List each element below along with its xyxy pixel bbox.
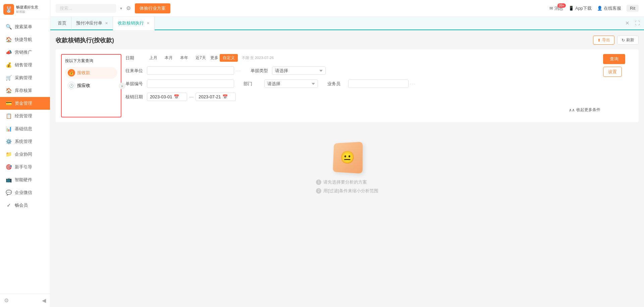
by-receipt-label: 按收款 [77, 70, 90, 76]
topbar-search-display: 搜索... [56, 4, 116, 13]
message-button[interactable]: ✉ 消息 99+ [549, 5, 563, 11]
date-btn-last-7-days[interactable]: 近7天 [193, 54, 209, 62]
sidebar-item-basic-info[interactable]: 📊 基础信息 [0, 122, 50, 135]
counterparty-dots-icon[interactable]: ··· [235, 68, 241, 73]
main-area: 搜索... ▾ ⚙ 体验行业方案 ✉ 消息 99+ 📱 App下载 👤 在线客服… [50, 0, 644, 307]
sidebar-item-label: 企业微信 [15, 190, 32, 196]
topbar-gear-icon[interactable]: ⚙ [126, 5, 131, 11]
message-badge: 99+ [557, 3, 566, 8]
empty-step-2-text: 用[过滤]条件来缩小分析范围 [323, 187, 378, 195]
sidebar-item-purchase[interactable]: 🛒 采购管理 [0, 71, 50, 84]
tab-prepay-list[interactable]: 预付冲应付单 ✕ [71, 16, 113, 30]
sidebar-item-member[interactable]: ✓ 畅会员 [0, 199, 50, 212]
collapse-more-btn[interactable]: ∧∧ 收起更多条件 [125, 106, 600, 113]
search-button[interactable]: 查询 [603, 54, 625, 64]
date-filter-row: 日期 上月 本月 本年 近7天 更多 自定义 不限 至 2023-07-26 [125, 54, 600, 62]
page-actions: ⬆ 导出 ↻ 刷新 [593, 36, 639, 45]
tab-prepay-label: 预付冲应付单 [76, 20, 102, 26]
sidebar-item-search[interactable]: 🔍 搜索菜单 [0, 20, 50, 33]
online-service-button[interactable]: 👤 在线客服 [597, 5, 621, 11]
export-button[interactable]: ⬆ 导出 [593, 36, 614, 45]
sidebar-item-finance[interactable]: 💳 资金管理 [0, 97, 50, 110]
doc-no-input[interactable] [147, 80, 234, 88]
verify-end-cal-icon[interactable]: 📅 [222, 94, 228, 99]
wechat-icon: 💬 [5, 190, 12, 196]
doc-type-label: 单据类型 [251, 68, 268, 74]
guide-icon: 🎯 [5, 164, 12, 170]
empty-step-2: 2 用[过滤]条件来缩小分析范围 [316, 187, 378, 195]
counterparty-input[interactable] [147, 66, 234, 75]
sidebar-settings-icon[interactable]: ⚙ [4, 297, 9, 304]
tabbar: 首页 预付冲应付单 ✕ 收款核销执行 ✕ ✕ ⛶ [50, 17, 644, 30]
doc-type-select-wrapper: 请选择 [272, 66, 326, 75]
sidebar-item-label: 销售管理 [15, 62, 32, 68]
sidebar-item-system[interactable]: ⚙️ 系统管理 [0, 135, 50, 148]
sidebar-item-enterprise[interactable]: 📁 企业协同 [0, 148, 50, 161]
tab-receivable-label: 收款核销执行 [118, 20, 144, 26]
page-title: 收款核销执行(按收款) [56, 36, 114, 44]
date-range-dash: — [189, 94, 194, 99]
export-label: 导出 [602, 37, 610, 43]
tab-receivable-close-icon[interactable]: ✕ [147, 21, 150, 25]
tab-home[interactable]: 首页 [53, 16, 71, 30]
sidebar-item-marketing[interactable]: 📣 营销推广 [0, 46, 50, 59]
filter-action-buttons: 查询 设置 [603, 54, 633, 77]
filter-fields: 日期 上月 本月 本年 近7天 更多 自定义 不限 至 2023-07-26 [125, 54, 633, 117]
sidebar-item-inventory[interactable]: 🏠 库存核算 [0, 84, 50, 97]
hardware-icon: 📺 [5, 177, 12, 183]
filter-option-by-receivable[interactable]: 🕐 按应收 [65, 80, 117, 91]
message-icon: ✉ [549, 6, 553, 11]
filter-scheme-title: 按以下方案查询 [65, 58, 117, 64]
sidebar-item-label: 资金管理 [15, 100, 32, 106]
app-download-button[interactable]: 📱 App下载 [569, 5, 592, 11]
date-btn-last-month[interactable]: 上月 [146, 54, 160, 62]
sidebar-item-quick-nav[interactable]: 🏠 快捷导航 [0, 33, 50, 46]
doc-type-select[interactable]: 请选择 [272, 66, 326, 75]
sidebar-item-label: 采购管理 [15, 75, 32, 81]
refresh-button[interactable]: ↻ 刷新 [617, 36, 639, 45]
sidebar-item-hardware[interactable]: 📺 智能硬件 [0, 173, 50, 186]
staff-input[interactable] [348, 80, 409, 88]
sidebar-item-wechat[interactable]: 💬 企业微信 [0, 186, 50, 199]
sidebar-item-sales[interactable]: 💰 销售管理 [0, 59, 50, 71]
empty-face-icon: 😐 [340, 150, 355, 165]
verify-start-date-text: 2023-03-01 [150, 94, 172, 99]
dropdown-chevron-icon[interactable]: ▾ [120, 6, 122, 11]
collapse-more-label: 收起更多条件 [576, 107, 600, 113]
empty-box-icon: 😐 [333, 142, 363, 173]
date-custom-btn[interactable]: 自定义 [220, 54, 238, 62]
verify-date-range: 2023-03-01 📅 — 2023-07-21 📅 [147, 93, 236, 101]
member-icon: ✓ [5, 202, 12, 208]
date-btn-this-month[interactable]: 本月 [162, 54, 176, 62]
by-receivable-label: 按应收 [77, 83, 90, 89]
filter-collapse-arrow[interactable]: » [119, 83, 125, 89]
doc-no-label: 单据编号 [125, 81, 143, 87]
date-more-btn[interactable]: 更多 [210, 55, 218, 61]
sidebar-collapse-btn[interactable]: ◀ [42, 297, 46, 304]
step-1-num: 1 [316, 180, 321, 185]
finance-icon: 💳 [5, 100, 12, 106]
logo-name: 畅捷通好生意 [16, 5, 38, 9]
sidebar-item-label: 库存核算 [15, 88, 32, 94]
verify-start-cal-icon[interactable]: 📅 [174, 94, 179, 99]
app-icon: 📱 [569, 6, 574, 11]
user-profile-button[interactable]: Rit [627, 5, 639, 12]
page-header: 收款核销执行(按收款) ⬆ 导出 ↻ 刷新 [56, 36, 639, 45]
tab-prepay-close-icon[interactable]: ✕ [105, 21, 108, 25]
tab-receivable-verify[interactable]: 收款核销执行 ✕ [113, 17, 155, 30]
filter-option-by-receipt[interactable]: 💰 按收款 [65, 67, 117, 79]
counterparty-input-group: ··· [147, 66, 241, 75]
logo-badge: 标准版 [16, 10, 38, 14]
sidebar-item-operations[interactable]: 📋 经营管理 [0, 110, 50, 122]
industry-solution-button[interactable]: 体验行业方案 [135, 3, 170, 13]
tab-expand-icon[interactable]: ⛶ [634, 19, 641, 28]
verify-date-row: 核销日期 2023-03-01 📅 — 2023-07-21 📅 [125, 93, 600, 101]
sidebar-item-guide[interactable]: 🎯 新手引导 [0, 161, 50, 173]
filter-settings-button[interactable]: 设置 [603, 67, 622, 77]
date-btn-this-year[interactable]: 本年 [177, 54, 191, 62]
sidebar-item-label: 搜索菜单 [15, 24, 32, 30]
empty-state: 😐 1 请先选择要分析的方案 2 用[过滤]条件来缩小分析范围 [56, 122, 639, 215]
staff-dots-icon[interactable]: ··· [410, 81, 416, 86]
dept-select[interactable]: 请选择 [264, 80, 318, 88]
tab-close-all-icon[interactable]: ✕ [624, 19, 631, 28]
